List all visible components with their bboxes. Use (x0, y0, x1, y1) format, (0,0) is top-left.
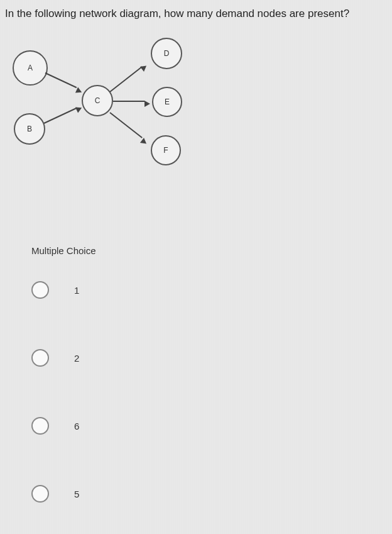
radio-option-2[interactable] (31, 349, 49, 367)
edge-b-c (44, 108, 77, 124)
node-a-label: A (28, 64, 33, 72)
option-label: 1 (74, 285, 79, 296)
radio-option-4[interactable] (31, 485, 49, 503)
multiple-choice-section: Multiple Choice 1 2 6 5 (0, 245, 392, 503)
option-label: 2 (74, 353, 79, 364)
edge-c-d (109, 66, 142, 92)
option-row: 2 (31, 349, 392, 367)
arrowhead-b-c (75, 105, 83, 113)
node-e: E (152, 87, 182, 117)
option-label: 5 (74, 489, 79, 499)
node-b: B (14, 113, 45, 145)
edge-c-f (109, 112, 142, 138)
edge-c-e (113, 101, 144, 102)
node-c-label: C (95, 96, 101, 105)
node-a: A (13, 50, 48, 86)
node-d-label: D (164, 49, 170, 58)
option-row: 1 (31, 281, 392, 299)
mc-heading: Multiple Choice (31, 245, 392, 256)
arrowhead-a-c (75, 87, 83, 95)
node-e-label: E (165, 97, 170, 106)
node-f-label: F (163, 146, 168, 155)
radio-option-3[interactable] (31, 417, 49, 435)
node-b-label: B (27, 125, 32, 133)
node-f: F (151, 135, 181, 165)
node-d: D (151, 38, 182, 69)
option-row: 6 (31, 417, 392, 435)
edge-a-c (45, 72, 77, 88)
option-label: 6 (74, 421, 79, 431)
option-row: 5 (31, 485, 392, 503)
radio-option-1[interactable] (31, 281, 49, 299)
arrowhead-c-f (140, 138, 148, 146)
arrowhead-c-e (144, 101, 150, 107)
node-c: C (82, 85, 113, 116)
question-text: In the following network diagram, how ma… (0, 0, 392, 25)
network-diagram: A B C D E F (6, 31, 220, 182)
arrowhead-c-d (140, 64, 148, 72)
